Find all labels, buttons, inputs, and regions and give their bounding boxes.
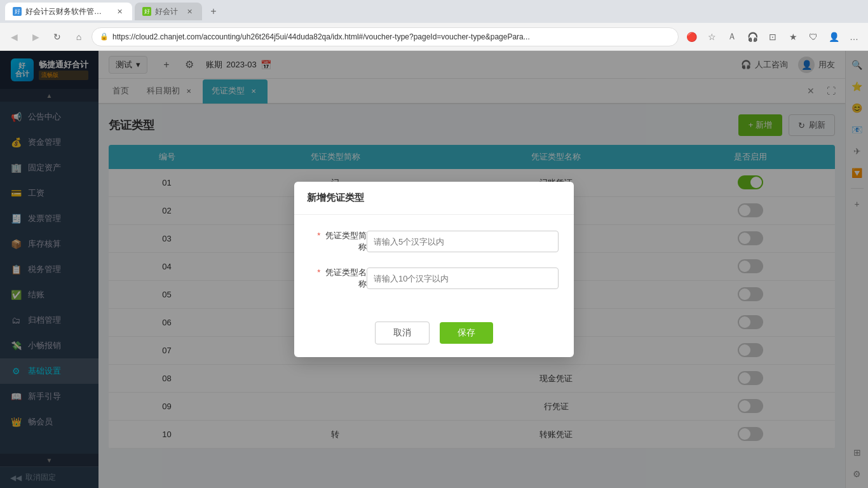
zoom-button[interactable]: Ａ xyxy=(723,28,741,46)
browser-tab-2-label: 好会计 xyxy=(155,6,178,17)
abbr-label-text: 凭证类型简称 xyxy=(325,231,367,252)
cancel-button[interactable]: 取消 xyxy=(375,322,430,344)
collection-button[interactable]: 🛡 xyxy=(804,28,822,46)
forward-button[interactable]: ▶ xyxy=(27,28,44,46)
profile-button[interactable]: 👤 xyxy=(825,28,843,46)
address-text: https://cloud2.chanjet.com/accounting/uh… xyxy=(112,32,530,41)
tab-favicon-1: 好 xyxy=(13,7,22,16)
bookmark-button[interactable]: ☆ xyxy=(703,28,721,46)
tab-favicon-2: 好 xyxy=(142,7,151,16)
browser-actions: 🔴 ☆ Ａ 🎧 ⊡ ★ 🛡 👤 … xyxy=(682,28,863,46)
abbr-label: * 凭证类型简称 xyxy=(309,230,367,253)
new-voucher-type-modal: 新增凭证类型 * 凭证类型简称 * 凭证类型名称 取消 保存 xyxy=(294,182,574,357)
name-label: * 凭证类型名称 xyxy=(309,267,367,290)
name-required: * xyxy=(317,268,320,277)
extensions-button[interactable]: 🔴 xyxy=(682,28,700,46)
abbr-form-group: * 凭证类型简称 xyxy=(309,230,559,253)
abbr-required: * xyxy=(317,231,320,240)
abbr-input[interactable] xyxy=(367,231,559,252)
browser-tab-1-close[interactable]: ✕ xyxy=(114,6,125,17)
name-label-text: 凭证类型名称 xyxy=(325,268,367,288)
address-input[interactable]: 🔒 https://cloud2.chanjet.com/accounting/… xyxy=(92,27,679,46)
address-bar: ◀ ▶ ↻ ⌂ 🔒 https://cloud2.chanjet.com/acc… xyxy=(0,23,868,51)
tab-bar: 好 好会计云财务软件管理系统_会计 ✕ 好 好会计 ✕ + xyxy=(0,0,868,23)
back-button[interactable]: ◀ xyxy=(5,28,23,46)
refresh-button[interactable]: ↻ xyxy=(48,28,66,46)
read-aloud-button[interactable]: 🎧 xyxy=(743,28,761,46)
home-button[interactable]: ⌂ xyxy=(70,28,88,46)
modal-overlay: 新增凭证类型 * 凭证类型简称 * 凭证类型名称 取消 保存 xyxy=(0,51,868,488)
split-screen-button[interactable]: ⊡ xyxy=(764,28,782,46)
favorites-button[interactable]: ★ xyxy=(784,28,802,46)
save-button[interactable]: 保存 xyxy=(440,322,493,344)
name-form-group: * 凭证类型名称 xyxy=(309,267,559,290)
more-button[interactable]: … xyxy=(845,28,863,46)
browser-tab-1-label: 好会计云财务软件管理系统_会计 xyxy=(25,6,108,17)
modal-body: * 凭证类型简称 * 凭证类型名称 xyxy=(294,215,574,314)
browser-tab-2[interactable]: 好 好会计 ✕ xyxy=(135,3,202,20)
lock-icon: 🔒 xyxy=(100,32,109,41)
name-input[interactable] xyxy=(367,268,559,289)
new-tab-button[interactable]: + xyxy=(205,3,222,20)
modal-header: 新增凭证类型 xyxy=(294,182,574,215)
browser-tab-1[interactable]: 好 好会计云财务软件管理系统_会计 ✕ xyxy=(5,3,132,20)
browser-tab-2-close[interactable]: ✕ xyxy=(184,6,194,17)
modal-footer: 取消 保存 xyxy=(294,314,574,357)
modal-title: 新增凭证类型 xyxy=(307,192,364,203)
browser-chrome: 好 好会计云财务软件管理系统_会计 ✕ 好 好会计 ✕ + ◀ ▶ ↻ ⌂ 🔒 … xyxy=(0,0,868,51)
